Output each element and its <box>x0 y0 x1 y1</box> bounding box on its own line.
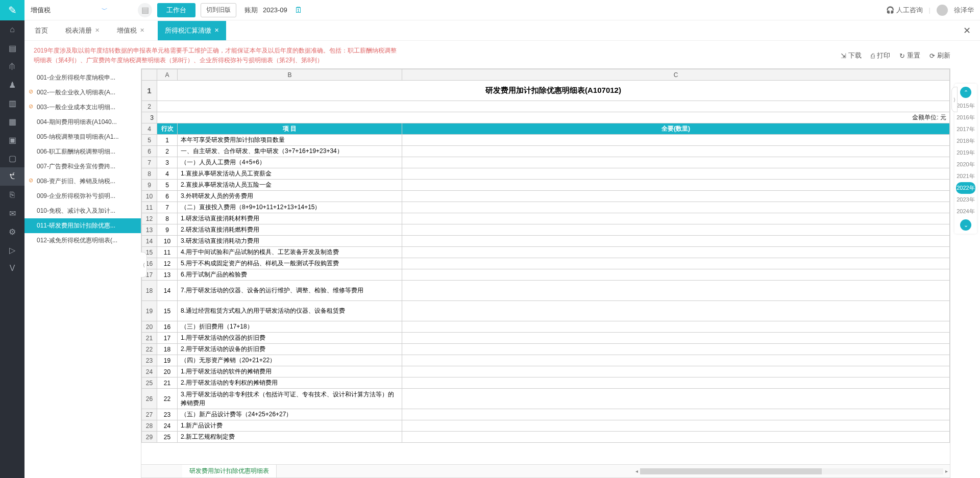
year-2016年[interactable]: 2016年 <box>954 112 977 123</box>
row-item[interactable]: 2.用于研发活动的设备的折旧费 <box>178 344 402 355</box>
row-amount[interactable] <box>402 168 950 180</box>
row-amount[interactable] <box>402 366 950 378</box>
row-seq[interactable]: 25 <box>157 432 178 443</box>
row-amount[interactable] <box>402 180 950 191</box>
tree-item[interactable]: 005-纳税调整项目明细表(A1... <box>24 130 141 144</box>
row-amount[interactable] <box>402 281 950 301</box>
row-seq[interactable]: 7 <box>157 202 178 213</box>
nav-grid[interactable]: ▣ <box>0 131 24 149</box>
sheet-tab[interactable]: 研发费用加计扣除优惠明细表 <box>182 465 277 477</box>
calendar-icon[interactable]: 🗓 <box>295 6 303 15</box>
nav-gear[interactable]: ⚙ <box>0 222 24 241</box>
nav-v[interactable]: V <box>0 259 24 278</box>
tree-item[interactable]: 008-资产折旧、摊销及纳税... <box>24 174 141 189</box>
reset-button[interactable]: ↻ 重置 <box>899 46 920 65</box>
row-item[interactable]: （五）新产品设计费等（24+25+26+27） <box>178 409 402 420</box>
year-2023年[interactable]: 2023年 <box>954 194 977 206</box>
row-amount[interactable] <box>402 409 950 420</box>
row-seq[interactable]: 14 <box>157 281 178 301</box>
print-button[interactable]: ⎙ 打印 <box>871 46 890 65</box>
download-button[interactable]: ⇲ 下载 <box>841 46 862 65</box>
row-seq[interactable]: 8 <box>157 213 178 224</box>
workbench-button[interactable]: 工作台 <box>157 3 195 17</box>
tab-税表清册[interactable]: 税表清册✕ <box>61 21 104 40</box>
tab-首页[interactable]: 首页 <box>31 21 52 40</box>
tree-item[interactable]: 007-广告费和业务宣传费跨... <box>24 159 141 174</box>
collapse-tree-handle[interactable]: ⟨ <box>141 252 147 278</box>
row-item[interactable]: 1.直接从事研发活动人员工资薪金 <box>178 168 402 180</box>
row-amount[interactable] <box>402 321 950 333</box>
row-amount[interactable] <box>402 213 950 224</box>
tab-增值税[interactable]: 增值税✕ <box>113 21 149 40</box>
expand-right-handle[interactable]: ⟩ <box>951 87 958 112</box>
year-up[interactable]: ⌃ <box>960 87 971 98</box>
row-seq[interactable]: 18 <box>157 344 178 355</box>
close-icon[interactable]: ✕ <box>140 27 144 34</box>
year-down[interactable]: ⌄ <box>960 219 971 231</box>
col-C[interactable]: C <box>402 69 950 81</box>
period-value[interactable]: 2023-09 <box>263 6 287 14</box>
row-seq[interactable]: 5 <box>157 180 178 191</box>
switch-old-button[interactable]: 切到旧版 <box>201 3 236 17</box>
year-2015年[interactable]: 2015年 <box>954 100 977 112</box>
user-name[interactable]: 徐泽华 <box>954 6 974 15</box>
nav-bag[interactable]: ♟ <box>0 76 24 94</box>
row-amount[interactable] <box>402 378 950 389</box>
row-amount[interactable] <box>402 224 950 236</box>
tree-item[interactable]: 004-期间费用明细表(A1040... <box>24 115 141 130</box>
close-all-button[interactable]: ✕ <box>960 25 974 36</box>
tree-item[interactable]: 010-免税、减计收入及加计... <box>24 204 141 218</box>
row-seq[interactable]: 16 <box>157 321 178 333</box>
row-item[interactable]: 1.用于研发活动的软件的摊销费用 <box>178 366 402 378</box>
row-seq[interactable]: 3 <box>157 157 178 168</box>
row-item[interactable]: 4.用于中间试验和产品试制的模具、工艺装备开发及制造费 <box>178 247 402 258</box>
nav-clip[interactable]: ▥ <box>0 94 24 112</box>
row-amount[interactable] <box>402 420 950 432</box>
row-item[interactable]: 2.直接从事研发活动人员五险一金 <box>178 180 402 191</box>
row-seq[interactable]: 13 <box>157 269 178 281</box>
col-B[interactable]: B <box>178 69 402 81</box>
row-item[interactable]: 6.用于试制产品的检验费 <box>178 269 402 281</box>
row-seq[interactable]: 2 <box>157 146 178 157</box>
row-seq[interactable]: 11 <box>157 247 178 258</box>
row-item[interactable]: 1.用于研发活动的仪器的折旧费 <box>178 333 402 344</box>
row-amount[interactable] <box>402 355 950 366</box>
row-amount[interactable] <box>402 301 950 321</box>
avatar[interactable] <box>937 5 948 16</box>
year-2019年[interactable]: 2019年 <box>954 147 977 159</box>
row-seq[interactable]: 17 <box>157 333 178 344</box>
refresh-button[interactable]: ⟳ 刷新 <box>929 46 950 65</box>
row-amount[interactable] <box>402 191 950 202</box>
row-amount[interactable] <box>402 432 950 443</box>
row-amount[interactable] <box>402 247 950 258</box>
row-item[interactable]: 2.新工艺规程制定费 <box>178 432 402 443</box>
row-seq[interactable]: 6 <box>157 191 178 202</box>
row-seq[interactable]: 24 <box>157 420 178 432</box>
tree-item[interactable]: 003-一般企业成本支出明细... <box>24 100 141 115</box>
year-2021年[interactable]: 2021年 <box>954 170 977 182</box>
row-item[interactable]: （一）人员人工费用（4+5+6） <box>178 157 402 168</box>
close-icon[interactable]: ✕ <box>95 27 100 34</box>
row-amount[interactable] <box>402 269 950 281</box>
tree-item[interactable]: 011-研发费用加计扣除优惠... <box>24 218 141 233</box>
row-item[interactable]: 8.通过经营租赁方式租入的用于研发活动的仪器、设备租赁费 <box>178 301 402 321</box>
row-item[interactable]: 5.用于不构成固定资产的样品、样机及一般测试手段购置费 <box>178 258 402 269</box>
nav-copy[interactable]: ⎘ <box>0 186 24 204</box>
tree-item[interactable]: 009-企业所得税弥补亏损明... <box>24 189 141 204</box>
row-seq[interactable]: 4 <box>157 168 178 180</box>
row-amount[interactable] <box>402 333 950 344</box>
hscroll[interactable] <box>633 465 950 477</box>
row-seq[interactable]: 22 <box>157 389 178 409</box>
row-amount[interactable] <box>402 258 950 269</box>
tax-type-select[interactable]: 增值税 ﹀ <box>31 6 133 15</box>
row-item[interactable]: 1.新产品设计费 <box>178 420 402 432</box>
nav-tax[interactable]: ੯ <box>0 167 24 186</box>
year-2024年[interactable]: 2024年 <box>954 206 977 217</box>
row-seq[interactable]: 15 <box>157 301 178 321</box>
nav-doc[interactable]: ▤ <box>0 39 24 57</box>
row-item[interactable]: （四）无形资产摊销（20+21+22） <box>178 355 402 366</box>
tree-item[interactable]: 012-减免所得税优惠明细表(... <box>24 233 141 248</box>
row-seq[interactable]: 23 <box>157 409 178 420</box>
year-2017年[interactable]: 2017年 <box>954 123 977 135</box>
tab-所得税汇算清缴[interactable]: 所得税汇算清缴✕ <box>158 21 226 40</box>
